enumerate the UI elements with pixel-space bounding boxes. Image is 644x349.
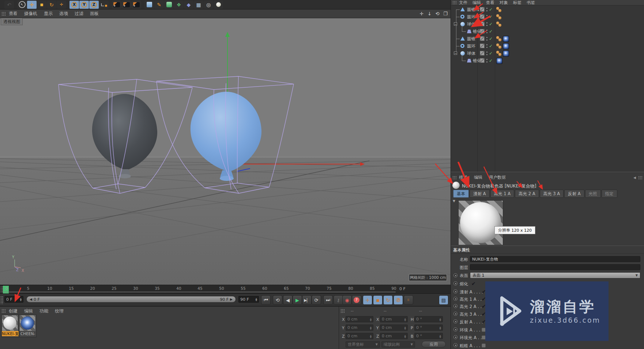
panel-grip[interactable] — [340, 309, 345, 313]
enabled-check-icon[interactable]: ✓ — [489, 36, 493, 41]
tag-dot-icon[interactable] — [498, 53, 501, 56]
layer-color-chip[interactable] — [480, 51, 485, 56]
tag-dot-icon[interactable] — [498, 38, 501, 41]
scale-z-field[interactable]: 0 cm▲▼ — [380, 333, 408, 339]
object-row-torus[interactable]: 圆环 ✓ — [451, 42, 644, 50]
material-tag-icon[interactable] — [503, 43, 509, 49]
visibility-dots-icon[interactable] — [486, 37, 487, 38]
material-tag-icon[interactable] — [503, 36, 509, 42]
pos-y-field[interactable]: 0 cm▲▼ — [346, 325, 373, 331]
checkbox-unchecked-icon[interactable] — [482, 344, 486, 348]
layer-color-chip[interactable] — [480, 7, 485, 12]
visibility-dots-icon[interactable] — [486, 59, 487, 60]
om-menu-view[interactable]: 查看 — [486, 0, 494, 5]
surface-dropdown[interactable]: 表面 1▼ — [470, 272, 640, 278]
enabled-check-icon[interactable]: ✓ — [489, 43, 493, 49]
panel-grip[interactable] — [452, 176, 456, 179]
layer-field[interactable] — [470, 264, 640, 270]
material-tag-icon[interactable] — [496, 58, 502, 64]
checkbox-checked-icon[interactable]: ✔ — [471, 281, 476, 287]
layer-color-chip[interactable] — [480, 29, 485, 34]
expand-icon[interactable]: − — [454, 52, 457, 55]
enabled-check-icon[interactable]: ✓ — [489, 22, 493, 27]
panel-grip[interactable] — [452, 1, 456, 4]
tag-dot-icon[interactable] — [498, 46, 501, 49]
am-menu-edit[interactable]: 编辑 — [474, 175, 482, 180]
layer-color-chip[interactable] — [480, 22, 485, 26]
visibility-dots-icon[interactable] — [486, 15, 487, 16]
mat-menu-function[interactable]: 功能 — [39, 308, 48, 314]
apply-button[interactable]: 应用 — [422, 341, 446, 348]
scale-x-field[interactable]: 0 cm▲▼ — [380, 316, 408, 322]
visibility-dots-icon[interactable] — [486, 44, 487, 45]
tab-assign[interactable]: 指定 — [602, 190, 617, 198]
object-row-sphere1[interactable]: − 球体.1 ✓ — [451, 20, 644, 28]
go-to-end-button[interactable]: ⏭ — [323, 295, 333, 305]
object-row-taper1[interactable]: 锥化 ✓ — [451, 28, 644, 35]
rotate-lock-button[interactable]: ↻ — [383, 295, 393, 305]
enabled-check-icon[interactable]: ✓ — [489, 7, 493, 12]
visibility-dots-icon[interactable] — [486, 52, 487, 53]
history-back-icon[interactable]: ◀ — [633, 176, 636, 179]
coord-system-dropdown[interactable]: 世界坐标▼ — [346, 341, 380, 348]
tab-basic[interactable]: 基本 — [453, 190, 469, 198]
expand-icon[interactable]: − — [454, 22, 457, 26]
timeline-range-slider[interactable]: ◀ 0 F 90 F ▶ — [26, 296, 236, 303]
collapse-triangle-icon[interactable]: ▼ — [453, 199, 455, 203]
play-loop-button[interactable]: ⟲ — [273, 295, 282, 305]
pos-x-field[interactable]: 0 cm▲▼ — [346, 316, 373, 322]
tab-reflection-a[interactable]: 反射 A — [564, 190, 584, 198]
object-row-sphere[interactable]: − 球体 ✓ — [451, 50, 644, 57]
om-menu-tag[interactable]: 标签 — [513, 0, 521, 5]
tab-specular-3a[interactable]: 高光 3 A — [540, 190, 564, 198]
tab-specular-1a[interactable]: 高光 1 A — [490, 190, 515, 198]
scale-y-field[interactable]: 0 cm▲▼ — [380, 325, 408, 331]
material-tag-icon[interactable] — [503, 50, 509, 57]
tag-dot-icon[interactable] — [498, 24, 501, 27]
rot-h-field[interactable]: 0 °▲▼ — [414, 316, 443, 322]
name-field[interactable]: NUKEI-复合物 — [470, 256, 640, 262]
object-row-cone1[interactable]: 圆锥.1 ✓ — [451, 6, 644, 13]
panel-grip[interactable] — [638, 176, 642, 179]
enabled-check-icon[interactable]: ✓ — [489, 58, 493, 63]
pos-z-field[interactable]: 0 cm▲▼ — [346, 333, 373, 339]
end-frame-field[interactable]: 90 F▲▼ — [238, 296, 259, 303]
tab-specular-2a[interactable]: 高光 2 A — [515, 190, 539, 198]
layer-color-chip[interactable] — [480, 43, 485, 48]
coord-mode-dropdown[interactable]: 缩放比例▼ — [381, 341, 415, 348]
panel-grip[interactable] — [0, 296, 3, 304]
layer-color-chip[interactable] — [480, 58, 485, 63]
material-name[interactable]: NUKEI-复 — [2, 331, 19, 336]
visibility-dots-icon[interactable] — [486, 8, 487, 9]
go-to-start-button[interactable]: ⏮ — [261, 295, 271, 305]
tag-dot-icon[interactable] — [498, 9, 501, 12]
timeline-ruler[interactable]: 0 5 10 15 20 25 30 35 40 45 50 55 60 65 … — [0, 285, 451, 294]
am-menu-mode[interactable]: 模式 — [459, 175, 467, 180]
cycle-button[interactable]: ⟳ — [312, 295, 321, 305]
panel-grip[interactable] — [1, 309, 6, 313]
viewport-tab[interactable]: 透视视图 — [1, 18, 23, 25]
om-menu-object[interactable]: 对象 — [500, 0, 508, 5]
rot-b-field[interactable]: 0 °▲▼ — [414, 333, 443, 339]
visibility-dots-icon[interactable] — [486, 30, 487, 31]
object-row-torus1[interactable]: 圆环.1 ✓ — [451, 13, 644, 20]
mat-menu-create[interactable]: 创建 — [9, 308, 18, 314]
om-menu-edit[interactable]: 编辑 — [472, 0, 481, 5]
object-row-cone[interactable]: 圆锥 ✓ — [451, 35, 644, 42]
mat-menu-edit[interactable]: 编辑 — [24, 308, 33, 314]
material-item-cheen[interactable]: CHEEN- — [19, 315, 37, 337]
move-lock-button[interactable]: ✛ — [363, 295, 372, 305]
enabled-check-icon[interactable]: ✓ — [489, 14, 493, 19]
rot-p-field[interactable]: 0 °▲▼ — [414, 325, 443, 331]
om-menu-file[interactable]: 文件 — [459, 0, 467, 5]
object-row-taper[interactable]: 锥化 ✓ — [451, 57, 644, 64]
stepper-icon[interactable]: ▲▼ — [255, 297, 257, 301]
channel-row-roughness-a[interactable]: 粗糙 A . . . . — [451, 342, 644, 349]
snap-grid-button[interactable]: ⠿ — [404, 295, 413, 305]
viewport-canvas[interactable]: Y Z X — [0, 0, 451, 285]
enabled-check-icon[interactable]: ✓ — [489, 29, 493, 34]
material-name[interactable]: CHEEN- — [19, 331, 36, 336]
help-button[interactable]: ? — [352, 295, 361, 305]
next-frame-button[interactable]: ▶▏ — [302, 295, 312, 305]
tag-dot-icon[interactable] — [498, 16, 501, 19]
